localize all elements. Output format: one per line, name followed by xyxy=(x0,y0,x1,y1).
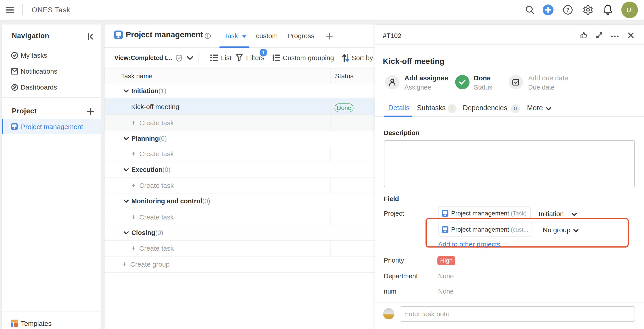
svg-text:?: ? xyxy=(566,7,570,13)
